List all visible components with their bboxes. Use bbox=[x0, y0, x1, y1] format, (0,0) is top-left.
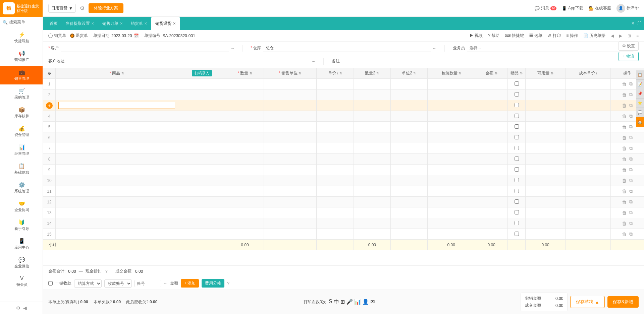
copy-row-3[interactable]: ⧉ bbox=[629, 102, 633, 109]
copy-row-2[interactable]: ⧉ bbox=[629, 91, 633, 98]
tab-close-all[interactable]: ✕ bbox=[631, 21, 635, 26]
gift-checkbox-12[interactable] bbox=[515, 199, 519, 204]
address-select-btn[interactable]: ··· bbox=[312, 59, 315, 64]
discount-help-icon[interactable]: ? bbox=[105, 269, 108, 274]
delete-row-5[interactable]: 🗑 bbox=[621, 124, 627, 130]
copy-row-14[interactable]: ⧉ bbox=[629, 220, 633, 227]
right-panel-btn-1[interactable]: 📋 bbox=[636, 70, 644, 80]
delete-row-4[interactable]: 🗑 bbox=[621, 113, 627, 120]
address-input[interactable] bbox=[66, 57, 310, 65]
user-profile[interactable]: 👤 徐泽华 bbox=[616, 4, 639, 13]
scan-input-btn[interactable]: 扫码录入 bbox=[192, 70, 212, 76]
tab-maximize[interactable]: ⛶ bbox=[637, 21, 641, 26]
copy-row-7[interactable]: ⧉ bbox=[629, 145, 633, 152]
toolbar-icon-3[interactable]: ⊞ bbox=[340, 299, 345, 306]
gift-checkbox-2[interactable] bbox=[515, 92, 519, 97]
customer-input[interactable] bbox=[61, 44, 229, 52]
remark-input[interactable] bbox=[342, 57, 599, 65]
customer-select-btn[interactable]: ··· bbox=[231, 46, 234, 51]
delete-row-1[interactable]: 🗑 bbox=[621, 81, 627, 87]
toolbar-icon-6[interactable]: 👤 bbox=[362, 299, 369, 306]
sidebar-item-apps[interactable]: 📱 应用中心 bbox=[0, 235, 43, 253]
tab-close-sales-return[interactable]: ✕ bbox=[173, 21, 176, 26]
th-scan[interactable]: 扫码录入 bbox=[178, 68, 226, 79]
prev-record[interactable]: ◀ bbox=[611, 34, 614, 38]
tab-price-settings[interactable]: 售价提取设置 ✕ bbox=[62, 17, 98, 30]
th-unit2[interactable]: 单位2 ⇅ bbox=[390, 68, 427, 79]
one-click-payment-check[interactable] bbox=[48, 281, 53, 286]
settings-btn[interactable]: ⚙ 设置 bbox=[619, 42, 639, 51]
shortcut-action[interactable]: ⌨ 快捷键 bbox=[505, 33, 524, 39]
fee-split-btn[interactable]: 费用分摊 bbox=[202, 279, 224, 288]
sidebar-item-guide[interactable]: 🔰 新手引导 bbox=[0, 216, 43, 235]
sidebar-item-vip[interactable]: V 畅会员 bbox=[0, 272, 43, 291]
sidebar-item-finance[interactable]: 💰 资金管理 bbox=[0, 122, 43, 141]
debt-help[interactable]: ? bbox=[110, 300, 112, 304]
copy-row-13[interactable]: ⧉ bbox=[629, 209, 633, 216]
gift-checkbox-11[interactable] bbox=[515, 189, 519, 193]
tab-close-price-settings[interactable]: ✕ bbox=[91, 21, 94, 26]
list-view[interactable]: ≡ bbox=[636, 34, 639, 38]
radio-return-input[interactable] bbox=[70, 34, 74, 38]
delete-row-10[interactable]: 🗑 bbox=[621, 177, 627, 184]
gift-checkbox-13[interactable] bbox=[515, 210, 519, 214]
gift-checkbox-3[interactable] bbox=[515, 103, 519, 107]
sidebar-item-enterprise[interactable]: 🤝 企业协同 bbox=[0, 197, 43, 216]
gift-checkbox-8[interactable] bbox=[515, 156, 519, 161]
message-button[interactable]: 💬 消息 70 bbox=[535, 5, 556, 11]
th-quantity2[interactable]: 数量2 ⇅ bbox=[354, 68, 390, 79]
radio-return[interactable]: 退货单 bbox=[70, 33, 88, 39]
delete-row-3[interactable]: 🗑 bbox=[621, 102, 627, 109]
th-settings[interactable]: ⚙ bbox=[43, 68, 56, 79]
toolbar-icon-4[interactable]: 🎤 bbox=[346, 299, 353, 306]
calendar-icon[interactable]: 📅 bbox=[134, 34, 139, 38]
delete-row-6[interactable]: 🗑 bbox=[621, 134, 627, 141]
delete-row-9[interactable]: 🗑 bbox=[621, 167, 627, 173]
fee-help-icon[interactable]: ? bbox=[227, 281, 229, 286]
toolbar-icon-7[interactable]: ✉ bbox=[370, 299, 375, 306]
warehouse-input[interactable] bbox=[263, 44, 431, 52]
right-panel-btn-2[interactable]: 📝 bbox=[636, 80, 644, 89]
delete-row-11[interactable]: 🗑 bbox=[621, 188, 627, 195]
right-panel-btn-4[interactable]: ⭐ bbox=[636, 99, 644, 108]
operation-action[interactable]: ≡ 操作 bbox=[566, 33, 578, 39]
radio-delivery[interactable]: 销货单 bbox=[48, 33, 66, 39]
tab-sales-return[interactable]: 销货退货 ✕ bbox=[151, 17, 180, 30]
gift-checkbox-15[interactable] bbox=[515, 232, 519, 236]
logistics-btn[interactable]: + 物流 bbox=[619, 52, 639, 61]
gift-checkbox-4[interactable] bbox=[515, 114, 519, 118]
receivable-help[interactable]: ? bbox=[146, 300, 149, 304]
app-download-button[interactable]: 📱 App下载 bbox=[562, 5, 583, 11]
sidebar-item-basics[interactable]: 📋 基础信息 bbox=[0, 160, 43, 178]
industry-select[interactable]: 日用百货 ▼ bbox=[48, 4, 76, 13]
tab-sales-delivery[interactable]: 销货单 ✕ bbox=[127, 17, 151, 30]
gift-checkbox-6[interactable] bbox=[515, 135, 519, 139]
tab-home[interactable]: 首页 bbox=[46, 17, 62, 30]
copy-row-10[interactable]: ⧉ bbox=[629, 177, 633, 184]
save-new-btn[interactable]: 保存&新增 bbox=[607, 296, 639, 308]
tab-sales-order[interactable]: 销售订单 ✕ bbox=[98, 17, 127, 30]
sidebar-settings-button[interactable]: ⚙ bbox=[16, 305, 20, 311]
sidebar-collapse-button[interactable]: ◀ bbox=[23, 305, 27, 311]
tab-close-sales-order[interactable]: ✕ bbox=[120, 21, 123, 26]
copy-row-5[interactable]: ⧉ bbox=[629, 123, 633, 130]
right-panel-btn-6[interactable]: 🏠 bbox=[636, 117, 644, 127]
th-gift[interactable]: 赠品 ⇅ bbox=[508, 68, 525, 79]
topbar-settings-icon[interactable]: ⚙ bbox=[80, 5, 85, 11]
delete-row-12[interactable]: 🗑 bbox=[621, 199, 627, 205]
delete-row-15[interactable]: 🗑 bbox=[621, 231, 627, 238]
experience-btn[interactable]: 体验行业方案 bbox=[89, 3, 123, 13]
save-draft-btn[interactable]: 保存草稿 ▲ bbox=[570, 296, 605, 308]
account-select[interactable]: 收款账号 bbox=[104, 279, 132, 288]
delete-row-2[interactable]: 🗑 bbox=[621, 91, 627, 98]
copy-row-1[interactable]: ⧉ bbox=[629, 80, 633, 87]
gift-checkbox-10[interactable] bbox=[515, 178, 519, 182]
copy-row-15[interactable]: ⧉ bbox=[629, 231, 633, 238]
account-input[interactable] bbox=[135, 280, 161, 287]
gift-checkbox-5[interactable] bbox=[515, 124, 519, 129]
gift-checkbox-9[interactable] bbox=[515, 167, 519, 172]
copy-row-12[interactable]: ⧉ bbox=[629, 198, 633, 205]
toolbar-icon-1[interactable]: S bbox=[329, 299, 332, 306]
th-pack-qty[interactable]: 包装数量 ⇅ bbox=[427, 68, 475, 79]
th-available[interactable]: 可用量 ⇅ bbox=[525, 68, 566, 79]
